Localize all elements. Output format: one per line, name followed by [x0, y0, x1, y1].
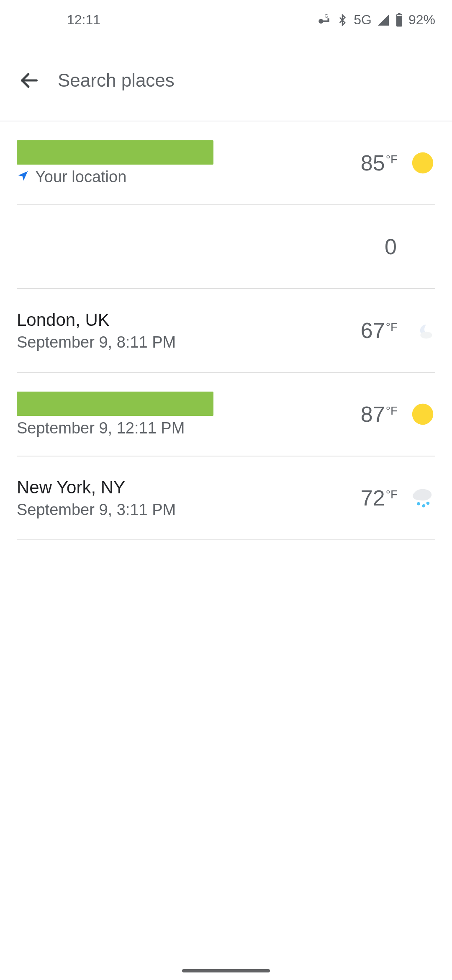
- temp-value: 67°F: [361, 320, 398, 341]
- rain-icon: [410, 485, 435, 511]
- svg-point-10: [412, 404, 433, 425]
- place-subtitle: September 9, 3:11 PM: [17, 501, 176, 519]
- svg-point-14: [422, 504, 426, 508]
- svg-rect-5: [398, 13, 401, 15]
- svg-point-0: [319, 19, 324, 23]
- vpn-key-icon: G: [317, 13, 331, 27]
- place-subtitle: September 9, 8:11 PM: [17, 333, 176, 351]
- night-cloudy-icon: [410, 318, 435, 343]
- signal-icon: [377, 13, 390, 27]
- place-name: London, UK: [17, 310, 176, 330]
- svg-rect-2: [328, 18, 329, 22]
- location-arrow-icon: [17, 168, 29, 186]
- svg-point-13: [417, 502, 420, 505]
- svg-point-15: [426, 502, 430, 505]
- sunny-icon: [410, 402, 435, 427]
- svg-point-9: [420, 332, 432, 339]
- navigation-handle[interactable]: [182, 969, 270, 972]
- list-item-newyork[interactable]: New York, NY September 9, 3:11 PM 72°F: [17, 456, 435, 540]
- network-label: 5G: [354, 12, 372, 28]
- list-item-london[interactable]: London, UK September 9, 8:11 PM 67°F: [17, 289, 435, 373]
- search-input[interactable]: Search places: [58, 70, 175, 91]
- list-item[interactable]: September 9, 12:11 PM 87°F: [17, 373, 435, 456]
- current-location-text: Your location: [35, 168, 126, 186]
- svg-point-8: [412, 152, 433, 173]
- battery-pct: 92%: [408, 12, 435, 28]
- redacted-place-name: [17, 140, 213, 165]
- status-time: 12:11: [17, 12, 100, 28]
- svg-rect-6: [397, 15, 401, 16]
- places-list: Your location 85°F 0 London, UK S: [0, 121, 452, 540]
- svg-text:G: G: [325, 13, 329, 18]
- place-name: New York, NY: [17, 477, 176, 498]
- place-subtitle: September 9, 12:11 PM: [17, 419, 213, 437]
- bluetooth-icon: [336, 14, 349, 26]
- redacted-place-name: [17, 392, 213, 416]
- temp-value: 85°F: [361, 152, 398, 174]
- temp-value: 87°F: [361, 403, 398, 425]
- back-button[interactable]: [17, 68, 42, 93]
- arrow-left-icon: [18, 70, 40, 91]
- current-location-label: Your location: [17, 168, 213, 186]
- list-item-current-location[interactable]: Your location 85°F: [17, 121, 435, 205]
- temp-value: 72°F: [361, 487, 398, 509]
- battery-icon: [395, 13, 403, 27]
- weather-icon: [410, 234, 435, 259]
- sunny-icon: [410, 150, 435, 175]
- status-bar: 12:11 G 5G 92%: [0, 0, 452, 40]
- app-bar: Search places: [0, 40, 452, 121]
- svg-rect-4: [396, 14, 402, 26]
- list-item[interactable]: 0: [17, 205, 435, 289]
- svg-point-12: [413, 492, 423, 500]
- status-right: G 5G 92%: [317, 12, 435, 28]
- temp-value: 0: [385, 236, 398, 258]
